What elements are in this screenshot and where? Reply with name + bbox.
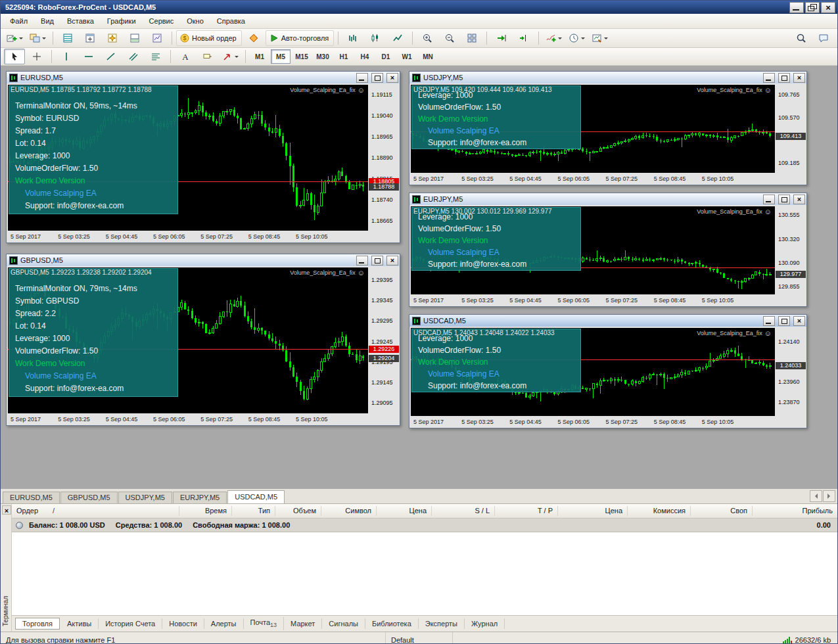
timeframe-m1[interactable]: M1 xyxy=(250,49,269,64)
chart-window-titlebar[interactable]: USDCAD,M5 xyxy=(409,315,806,327)
arrows-tool-button[interactable] xyxy=(220,49,241,64)
column-header-commission[interactable]: Комиссия xyxy=(628,506,691,516)
profiles-button[interactable] xyxy=(27,30,49,46)
menu-charts[interactable]: Графики xyxy=(101,15,143,27)
menu-help[interactable]: Справка xyxy=(210,15,252,27)
timeframe-w1[interactable]: W1 xyxy=(397,49,417,64)
metaeditor-button[interactable] xyxy=(243,30,264,46)
column-header-type[interactable]: Тип xyxy=(232,506,275,516)
chart-tab-usdcad-m5[interactable]: USDCAD,M5 xyxy=(227,490,285,503)
chart-window-titlebar[interactable]: EURUSD,M5 xyxy=(7,72,400,84)
search-button[interactable] xyxy=(791,30,812,46)
chart-plot-area[interactable]: Leverage: 1000VolumeOrderFlow: 1.50Work … xyxy=(411,328,775,416)
chart-minimize-button[interactable] xyxy=(763,73,775,83)
new-order-button[interactable]: $Новый ордер xyxy=(176,30,242,46)
timeframe-h1[interactable]: H1 xyxy=(334,49,354,64)
periods-button[interactable] xyxy=(566,30,588,46)
terminal-close-button[interactable] xyxy=(2,505,11,515)
chart-minimize-button[interactable] xyxy=(763,195,775,204)
tab-scroll-right-button[interactable] xyxy=(823,490,835,502)
terminal-tab-news[interactable]: Новости xyxy=(162,618,204,629)
terminal-tab-experts[interactable]: Эксперты xyxy=(419,618,465,629)
bars-chart-type-button[interactable] xyxy=(342,30,363,46)
line-chart-type-button[interactable] xyxy=(387,30,408,46)
menu-file[interactable]: Файл xyxy=(3,15,34,27)
fibonacci-tool-button[interactable] xyxy=(145,49,166,64)
timeframe-m15[interactable]: M15 xyxy=(292,49,312,64)
restore-button[interactable] xyxy=(805,2,820,13)
terminal-tab-mail[interactable]: Почта13 xyxy=(244,617,285,630)
orders-table-body[interactable] xyxy=(12,532,837,615)
chart-restore-button[interactable] xyxy=(371,256,383,265)
ea-smiley-icon[interactable]: ☺ xyxy=(764,86,772,94)
indicators-button[interactable] xyxy=(543,30,565,46)
menu-view[interactable]: Вид xyxy=(34,15,60,27)
terminal-tab-library[interactable]: Библиотека xyxy=(365,618,419,629)
ea-smiley-icon[interactable]: ☺ xyxy=(358,86,365,94)
chart-window-titlebar[interactable]: GBPUSD,M5 xyxy=(7,254,400,267)
chart-close-button[interactable] xyxy=(793,195,805,204)
trendline-tool-button[interactable] xyxy=(101,49,122,64)
chart-minimize-button[interactable] xyxy=(763,316,775,326)
chart-restore-button[interactable] xyxy=(778,316,790,326)
menu-window[interactable]: Окно xyxy=(180,15,210,27)
community-chat-button[interactable] xyxy=(813,30,834,46)
chart-restore-button[interactable] xyxy=(778,73,790,83)
timeframe-d1[interactable]: D1 xyxy=(376,49,396,64)
terminal-tab-market[interactable]: Маркет xyxy=(284,618,322,629)
chart-shift-button[interactable] xyxy=(513,30,534,46)
data-window-button[interactable] xyxy=(80,30,101,46)
chart-tab-eurjpy-m5[interactable]: EURJPY,M5 xyxy=(173,492,227,503)
column-header-price-open[interactable]: Цена xyxy=(377,506,432,516)
text-tool-button[interactable]: A xyxy=(175,49,196,64)
minimize-button[interactable] xyxy=(789,2,804,13)
column-header-symbol[interactable]: Символ xyxy=(321,506,377,516)
crosshair-tool-button[interactable] xyxy=(26,49,47,64)
chart-plot-area[interactable]: Leverage: 1000VolumeOrderFlow: 1.50Work … xyxy=(411,206,775,294)
column-header-swap[interactable]: Своп xyxy=(691,506,753,516)
timeframe-m30[interactable]: M30 xyxy=(313,49,333,64)
chart-tab-eurusd-m5[interactable]: EURUSD,M5 xyxy=(3,492,60,503)
chart-window-titlebar[interactable]: USDJPY,M5 xyxy=(409,72,806,84)
label-tool-button[interactable] xyxy=(197,49,218,64)
auto-scroll-button[interactable] xyxy=(491,30,512,46)
chart-restore-button[interactable] xyxy=(778,195,790,204)
tile-windows-button[interactable] xyxy=(461,30,482,46)
column-header-sl[interactable]: S / L xyxy=(432,506,495,516)
terminal-tab-trade[interactable]: Торговля xyxy=(15,618,60,630)
chart-plot-area[interactable]: TerminalMonitor ON, 79ms, ~14msSymbol: G… xyxy=(8,267,368,413)
timeframe-mn[interactable]: MN xyxy=(418,49,438,64)
ea-smiley-icon[interactable]: ☺ xyxy=(764,208,772,216)
chart-close-button[interactable] xyxy=(793,73,805,83)
market-watch-button[interactable] xyxy=(57,30,78,46)
ea-smiley-icon[interactable]: ☺ xyxy=(358,269,365,277)
column-header-price-current[interactable]: Цена xyxy=(558,506,628,516)
title-bar[interactable]: 5225094: RoboForex-ProCent - USDCAD,M5 xyxy=(1,1,837,14)
templates-button[interactable] xyxy=(589,30,611,46)
chart-tab-gbpusd-m5[interactable]: GBPUSD,M5 xyxy=(60,492,118,503)
terminal-toggle-button[interactable] xyxy=(124,30,145,46)
tab-scroll-left-button[interactable] xyxy=(810,490,822,502)
strategy-tester-button[interactable] xyxy=(147,30,168,46)
terminal-tab-account-history[interactable]: История Счета xyxy=(99,618,162,629)
chart-minimize-button[interactable] xyxy=(356,73,368,83)
terminal-tab-signals[interactable]: Сигналы xyxy=(322,618,365,629)
column-header-volume[interactable]: Объем xyxy=(275,506,321,516)
navigator-button[interactable] xyxy=(102,30,123,46)
autotrading-button[interactable]: Авто-торговля xyxy=(266,30,335,46)
chart-plot-area[interactable]: TerminalMonitor ON, 59ms, ~14msSymbol: E… xyxy=(8,85,368,231)
chart-plot-area[interactable]: Leverage: 1000VolumeOrderFlow: 1.50Work … xyxy=(411,85,775,173)
close-button[interactable] xyxy=(821,2,835,13)
column-header-profit[interactable]: Прибыль xyxy=(753,506,837,516)
cursor-tool-button[interactable] xyxy=(4,49,25,64)
vline-tool-button[interactable] xyxy=(56,49,77,64)
column-header-time[interactable]: Время xyxy=(179,506,232,516)
chart-tab-usdjpy-m5[interactable]: USDJPY,M5 xyxy=(118,492,172,503)
channel-tool-button[interactable] xyxy=(123,49,144,64)
status-profile[interactable]: Default xyxy=(386,632,453,644)
chart-restore-button[interactable] xyxy=(371,73,383,83)
terminal-tab-alerts[interactable]: Алерты xyxy=(204,618,244,629)
column-header-order[interactable]: Ордер/ xyxy=(12,506,179,516)
menu-service[interactable]: Сервис xyxy=(143,15,181,27)
terminal-tab-journal[interactable]: Журнал xyxy=(465,618,505,629)
